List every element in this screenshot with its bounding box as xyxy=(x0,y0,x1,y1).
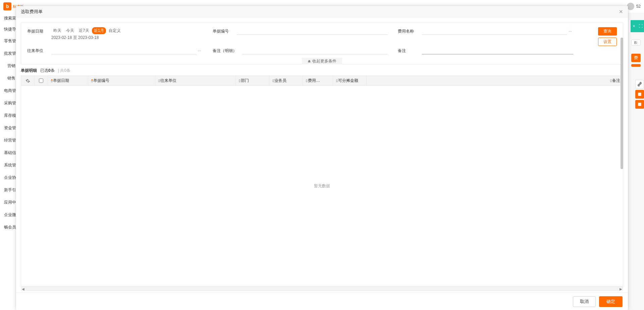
date-chip-today[interactable]: 今天 xyxy=(64,27,76,34)
partner-more-icon[interactable]: ··· xyxy=(197,48,203,53)
table-config-button[interactable] xyxy=(21,76,35,86)
filter-label-remark: 备注 xyxy=(398,47,419,54)
th-date-label: 单据日期 xyxy=(53,78,69,84)
th-amt[interactable]: 可分摊金额 xyxy=(333,76,367,86)
collapse-more-conditions[interactable]: 收起更多条件 xyxy=(302,58,342,64)
hscroll-right-icon[interactable]: ▶ xyxy=(619,287,623,291)
vertical-scrollbar[interactable] xyxy=(621,38,623,272)
empty-text: 暂无数据 xyxy=(314,183,330,189)
th-dept-label: 部门 xyxy=(241,78,249,84)
data-table: 单据日期 单据编号 往来单位 部门 xyxy=(21,75,623,287)
th-partner[interactable]: 往来单位 xyxy=(155,76,236,86)
th-remark[interactable]: 备注 xyxy=(367,76,623,86)
th-person[interactable]: 业务员 xyxy=(269,76,303,86)
date-chip-custom[interactable]: 自定义 xyxy=(107,27,123,34)
filter-input-expense-name[interactable] xyxy=(422,28,567,35)
filter-input-doc-no[interactable] xyxy=(237,28,388,35)
modal-select-expense: 选取费用单 ✕ 单据日期 昨天 今天 近7天 近1月 xyxy=(16,6,628,310)
filter-label-expense-name: 费用名称 xyxy=(398,27,419,34)
date-chip-7d[interactable]: 近7天 xyxy=(77,27,91,34)
settings-button[interactable]: 设置 xyxy=(598,38,617,46)
filter-label-remark-detail: 备注（明细） xyxy=(213,47,239,54)
table-select-all[interactable] xyxy=(35,76,48,86)
filter-label-date: 单据日期 xyxy=(27,27,49,34)
table-empty-state: 暂无数据 xyxy=(21,86,623,286)
filter-label-partner: 往来单位 xyxy=(27,47,49,54)
th-expense-label: 费用… xyxy=(308,78,320,84)
th-partner-label: 往来单位 xyxy=(160,78,176,84)
date-range-text: 2023-02-18 至 2023-03-18 xyxy=(51,35,203,41)
collapse-label: 收起更多条件 xyxy=(312,58,336,64)
th-doc-no[interactable]: 单据编号 xyxy=(88,76,155,86)
filter-input-partner[interactable] xyxy=(51,47,197,54)
expense-name-more-icon[interactable]: ··· xyxy=(567,29,573,34)
search-button[interactable]: 查询 xyxy=(598,27,617,36)
horizontal-scrollbar[interactable]: ◀ ▶ xyxy=(21,287,623,291)
th-date[interactable]: 单据日期 xyxy=(48,76,88,86)
selected-count: 已选0条 xyxy=(40,68,55,73)
th-dept[interactable]: 部门 xyxy=(236,76,269,86)
section-title: 单据明细 xyxy=(21,68,37,73)
filter-input-remark-detail[interactable] xyxy=(242,47,388,54)
date-chip-1m[interactable]: 近1月 xyxy=(92,27,106,34)
th-amt-label: 可分摊金额 xyxy=(338,78,358,84)
filter-input-remark[interactable] xyxy=(422,47,573,54)
cancel-button[interactable]: 取消 xyxy=(573,296,596,307)
modal-title: 选取费用单 xyxy=(21,9,43,15)
total-count: | 共0条 xyxy=(58,68,70,73)
filter-card: 单据日期 昨天 今天 近7天 近1月 自定义 2023-02-18 至 2023… xyxy=(21,22,623,64)
th-expense[interactable]: 费用… xyxy=(303,76,333,86)
th-remark-label: 备注 xyxy=(612,78,620,84)
vscroll-thumb[interactable] xyxy=(621,38,623,169)
th-doc-no-label: 单据编号 xyxy=(93,78,109,84)
th-person-label: 业务员 xyxy=(274,78,286,84)
date-chip-yesterday[interactable]: 昨天 xyxy=(51,27,63,34)
confirm-button[interactable]: 确定 xyxy=(599,296,623,307)
modal-close[interactable]: ✕ xyxy=(619,9,623,15)
select-all-checkbox[interactable] xyxy=(39,79,43,83)
filter-label-doc-no: 单据编号 xyxy=(213,27,234,34)
hscroll-left-icon[interactable]: ◀ xyxy=(21,287,25,291)
